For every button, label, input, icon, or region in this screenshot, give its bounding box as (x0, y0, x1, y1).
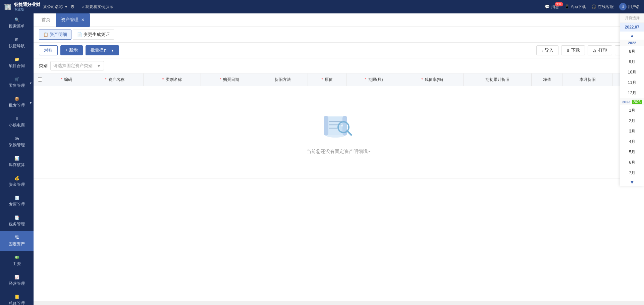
sidebar-item-finance[interactable]: 💰 资金管理 (0, 172, 34, 192)
th-code: * 编码 (47, 73, 86, 86)
top-bar-right: 💬 消息 99+ 📱 App下载 🎧 在线客服 U 用户名 (545, 3, 640, 10)
month-item-7[interactable]: 7月 (620, 168, 644, 178)
month-item-11[interactable]: 11月 (620, 78, 644, 88)
sidebar: 🔍 搜索菜单 ⊞ 快捷导航 📁 项目合同 🛒 零售管理 ▾ 📦 批发管理 ▾ 🖥… (0, 13, 34, 305)
sidebar-item-inventory[interactable]: 📊 库存核算 (0, 152, 34, 172)
month-item-4[interactable]: 4月 (620, 137, 644, 147)
svg-point-10 (341, 124, 343, 126)
search-icon: 🔍 (14, 17, 19, 22)
print-icon: 🖨 (593, 48, 597, 53)
brand-name: 畅捷通好业财 专业版 (14, 2, 40, 11)
svg-rect-2 (324, 116, 328, 136)
chevron-down-icon-2: ▾ (30, 101, 32, 104)
sidebar-item-salary[interactable]: 💵 工资 (0, 251, 34, 271)
user-menu[interactable]: U 用户名 (619, 3, 640, 10)
sidebar-item-wholesale[interactable]: 📦 批发管理 ▾ (0, 93, 34, 112)
content-area: 首页 资产管理 ✕ 📋 资产明细 📄 变更生成凭证 (34, 13, 644, 305)
tab-close-icon[interactable]: ✕ (81, 17, 85, 22)
message-button[interactable]: 💬 消息 99+ (545, 4, 559, 10)
demo-button[interactable]: ○ 我要看实例演示 (82, 4, 113, 10)
sidebar-item-invoice[interactable]: 🧾 发票管理 (0, 192, 34, 211)
app-download-button[interactable]: 📱 App下载 (565, 4, 586, 10)
import-button[interactable]: ↓ 导入 (536, 45, 559, 55)
month-item-1[interactable]: 1月 (620, 105, 644, 116)
sidebar-item-search[interactable]: 🔍 搜索菜单 (0, 13, 34, 33)
tab-home[interactable]: 首页 (36, 13, 56, 27)
import-icon: ↓ (541, 48, 544, 53)
user-avatar: U (619, 3, 627, 10)
reconcile-button[interactable]: 对账 (39, 45, 58, 55)
bottom-scrollbar[interactable] (34, 301, 644, 305)
month-item-2[interactable]: 2月 (620, 116, 644, 126)
headset-icon: 🎧 (591, 4, 596, 9)
page-content: 📋 资产明细 📄 变更生成凭证 对账 + 新增 (34, 27, 644, 305)
download-icon: ⬇ (566, 48, 570, 53)
empty-illustration (319, 110, 359, 143)
online-service-button[interactable]: 🎧 在线客服 (591, 4, 614, 10)
select-all-checkbox[interactable] (38, 77, 42, 82)
month-item-9[interactable]: 9月 (620, 57, 644, 67)
current-year-badge: 2023 (632, 100, 642, 104)
sidebar-item-ecommerce[interactable]: 🖥 小畅电商 (0, 112, 34, 132)
month-picker-selected[interactable]: 2022.07 (620, 23, 644, 32)
month-item-5[interactable]: 5月 (620, 147, 644, 157)
month-item-3[interactable]: 3月 (620, 126, 644, 137)
month-item-6[interactable]: 6月 (620, 157, 644, 168)
month-item-12[interactable]: 12月 (620, 88, 644, 98)
empty-state: 当前您还没有固定资产明细哦~ (36, 90, 641, 175)
document-icon: 📄 (77, 32, 82, 37)
th-depreciation-method: 折旧方法 (258, 73, 308, 86)
th-asset-name: * 资产名称 (86, 73, 143, 86)
tab-bar: 首页 资产管理 ✕ (34, 13, 644, 27)
brand-logo-icon: 🏢 (4, 3, 11, 10)
download-button[interactable]: ⬇ 下载 (561, 45, 585, 55)
sidebar-item-quick-nav[interactable]: ⊞ 快捷导航 (0, 33, 34, 53)
month-item-10[interactable]: 10月 (620, 67, 644, 78)
list-icon: 📋 (43, 32, 48, 37)
month-picker-up[interactable]: ▲ (620, 32, 644, 40)
category-select[interactable]: 请选择固定资产类别 ▼ (50, 61, 104, 70)
sidebar-item-project[interactable]: 📁 项目合同 (0, 53, 34, 73)
empty-state-cell: 当前您还没有固定资产明细哦~ (34, 86, 644, 179)
month-picker-panel: 月份选择 2022.07 ▲ 2022 8月 9月 10月 11月 12月 20… (620, 13, 644, 186)
print-button[interactable]: 🖨 打印 (588, 45, 612, 55)
month-2022: 2022 (620, 40, 644, 46)
add-button[interactable]: + 新增 (60, 45, 83, 55)
chevron-down-icon: ▾ (30, 81, 32, 85)
empty-state-row: 当前您还没有固定资产明细哦~ (34, 86, 644, 179)
empty-text: 当前您还没有固定资产明细哦~ (307, 149, 370, 155)
month-picker-down[interactable]: ▼ (620, 178, 644, 186)
table-container: * 编码 * 资产名称 * 类别名称 (34, 73, 644, 301)
company-selector[interactable]: 某公司名称 ▼ (43, 4, 68, 10)
salary-icon: 💵 (14, 255, 19, 260)
purchase-icon: 🛍 (15, 136, 19, 141)
grid-icon: ⊞ (15, 37, 18, 42)
table-header-row: * 编码 * 资产名称 * 类别名称 (34, 73, 644, 86)
settings-button[interactable]: ⚙ (70, 4, 75, 9)
phone-icon: 📱 (565, 4, 570, 9)
sidebar-item-fixed-assets[interactable]: 🏗 固定资产 (0, 231, 34, 251)
sidebar-item-retail[interactable]: 🛒 零售管理 ▾ (0, 73, 34, 93)
select-arrow-icon: ▼ (97, 63, 101, 68)
asset-table: * 编码 * 资产名称 * 类别名称 (34, 73, 644, 179)
filter-row: 类别 请选择固定资产类别 ▼ (34, 58, 644, 73)
tab-asset-mgmt[interactable]: 资产管理 ✕ (56, 13, 90, 27)
sidebar-item-tax[interactable]: 📑 税务管理 (0, 211, 34, 231)
top-bar: 🏢 畅捷通好业财 专业版 某公司名称 ▼ ⚙ ○ 我要看实例演示 💬 消息 99… (0, 0, 644, 13)
sidebar-item-operation[interactable]: 📈 经营管理 (0, 271, 34, 291)
sidebar-item-purchase[interactable]: 🛍 采购管理 (0, 132, 34, 152)
th-checkbox (34, 73, 47, 86)
th-purchase-date: * 购买日期 (201, 73, 258, 86)
month-item-8[interactable]: 8月 (620, 46, 644, 57)
sub-tab-change-voucher[interactable]: 📄 变更生成凭证 (73, 30, 114, 40)
batch-button[interactable]: 批量操作 ▼ (86, 45, 119, 55)
invoice-icon: 🧾 (14, 196, 19, 200)
th-monthly-depreciation: 本月折旧 (563, 73, 612, 86)
ecommerce-icon: 🖥 (15, 116, 19, 121)
svg-point-8 (339, 123, 347, 131)
th-net-value: 净值 (531, 73, 562, 86)
sub-tab-asset-detail[interactable]: 📋 资产明细 (39, 30, 71, 40)
tax-icon: 📑 (14, 215, 19, 220)
inventory-icon: 📊 (14, 156, 19, 161)
sidebar-item-ledger[interactable]: 📒 总账管理 (0, 291, 34, 305)
